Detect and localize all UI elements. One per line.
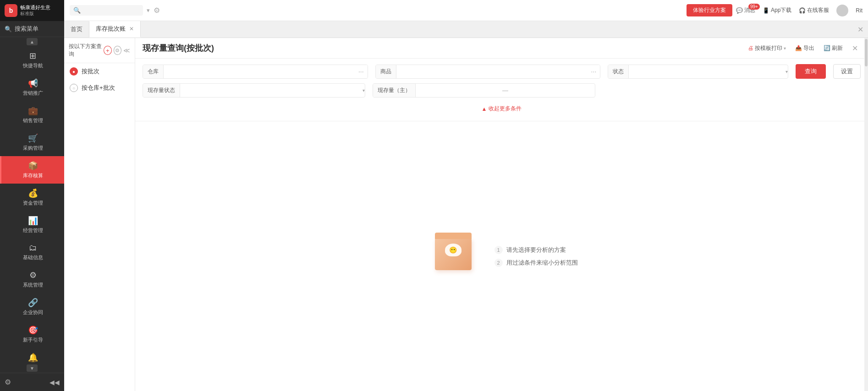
scheme-by-batch-label: 按批次 bbox=[82, 67, 99, 76]
product-filter-input[interactable] bbox=[396, 65, 588, 77]
main-area: 🔍 ▾ ⚙ 体验行业方案 💬 消息 99+ 📱 App下载 🎧 在线客服 Rit bbox=[64, 0, 868, 391]
sidebar-scroll-down[interactable]: ▼ bbox=[27, 364, 38, 372]
sidebar-item-inventory[interactable]: 📦 库存核算 bbox=[0, 156, 64, 184]
page-header: 现存量查询(按批次) 🖨 按模板打印 ▾ 📤 导出 🔄 刷新 bbox=[135, 38, 868, 59]
sidebar-item-label: 基础信息 bbox=[23, 254, 43, 261]
scheme-by-warehouse-batch-label: 按仓库+批次 bbox=[82, 84, 115, 92]
print-btn[interactable]: 🖨 按模板打印 ▾ bbox=[745, 43, 789, 54]
topbar-settings-icon[interactable]: ⚙ bbox=[154, 6, 160, 15]
inventory-status-dropdown-icon[interactable]: ▾ bbox=[363, 88, 365, 93]
tab-close-icon[interactable]: ✕ bbox=[129, 26, 134, 32]
warehouse-filter-input[interactable] bbox=[164, 65, 355, 77]
settings-btn[interactable]: 设置 bbox=[833, 64, 861, 79]
sidebar-item-marketing[interactable]: 📢 营销推广 bbox=[0, 74, 64, 101]
status-dropdown-icon[interactable]: ▾ bbox=[786, 69, 788, 74]
tab-batch[interactable]: 库存批次账 ✕ bbox=[89, 21, 141, 38]
sidebar-item-label: 营销推广 bbox=[23, 90, 43, 97]
refresh-btn[interactable]: 🔄 刷新 bbox=[821, 43, 846, 54]
hint-num-1: 1 bbox=[494, 246, 503, 254]
sidebar-item-guide[interactable]: 🎯 新手引导 bbox=[0, 320, 64, 348]
sidebar-item-label: 经营管理 bbox=[23, 227, 43, 234]
collapse-more-btn[interactable]: ▲ 收起更多条件 bbox=[143, 102, 861, 115]
tab-right-controls: ✕ bbox=[853, 25, 868, 34]
sidebar-item-label: 采购管理 bbox=[23, 145, 43, 152]
inventory-quantity-filter[interactable]: 现存量（主） — bbox=[373, 83, 595, 98]
sidebar-item-system[interactable]: ⚙ 系统管理 bbox=[0, 266, 64, 293]
scheme-item-by-warehouse-batch[interactable]: ○ 按仓库+批次 bbox=[64, 80, 135, 96]
sidebar-item-label: 新手引导 bbox=[23, 337, 43, 343]
sidebar-item-quick-nav[interactable]: ⊞ 快捷导航 bbox=[0, 46, 64, 74]
content-area: 按以下方案查询 + ⚙ ≪ ● 按批次 ○ 按仓库+批次 现存量查询(按批次) bbox=[64, 38, 868, 391]
marketing-icon: 📢 bbox=[28, 78, 38, 88]
sidebar-footer: ⚙ ◀◀ bbox=[0, 373, 64, 391]
scheme-active-icon: ● bbox=[70, 67, 78, 76]
topbar-dropdown-icon[interactable]: ▾ bbox=[147, 7, 150, 14]
sidebar-nav: ⊞ 快捷导航 📢 营销推广 💼 销售管理 🛒 采购管理 📦 库存核算 💰 资金管… bbox=[0, 46, 64, 364]
sales-icon: 💼 bbox=[28, 106, 38, 116]
status-filter[interactable]: 状态 ▾ bbox=[608, 65, 788, 79]
product-filter-more-icon[interactable]: ··· bbox=[588, 65, 600, 78]
status-filter-select[interactable] bbox=[629, 69, 786, 74]
inventory-status-select[interactable] bbox=[180, 88, 363, 93]
sidebar: b 畅康通好生意 标准版 🔍 搜索菜单 ▲ ⊞ 快捷导航 📢 营销推广 💼 销售… bbox=[0, 0, 64, 391]
empty-hint-1: 1 请先选择要分析的方案 bbox=[494, 246, 578, 254]
sidebar-scroll-up[interactable]: ▲ bbox=[27, 38, 38, 45]
filter-row-1: 仓库 ··· 商品 ··· 状态 bbox=[143, 64, 861, 79]
inventory-status-filter[interactable]: 现存量状态 ▾ bbox=[143, 83, 365, 98]
sidebar-item-label: 系统管理 bbox=[23, 282, 43, 288]
close-right-panel-btn[interactable]: ✕ bbox=[849, 43, 861, 54]
inventory-status-label: 现存量状态 bbox=[143, 84, 180, 97]
scheme-item-by-batch[interactable]: ● 按批次 bbox=[64, 63, 135, 80]
sidebar-item-enterprise[interactable]: 🔗 企业协同 bbox=[0, 293, 64, 320]
page-header-actions: 🖨 按模板打印 ▾ 📤 导出 🔄 刷新 ✕ bbox=[745, 43, 861, 54]
tab-home[interactable]: 首页 bbox=[64, 22, 89, 37]
page-title: 现存量查询(按批次) bbox=[143, 43, 214, 54]
sidebar-item-basic[interactable]: 🗂 基础信息 bbox=[0, 239, 64, 266]
sidebar-item-finance[interactable]: 💰 资金管理 bbox=[0, 184, 64, 211]
experience-industry-btn[interactable]: 体验行业方案 bbox=[687, 4, 732, 16]
print-label: 按模板打印 bbox=[755, 44, 782, 52]
export-label: 导出 bbox=[803, 44, 814, 52]
scheme-settings-btn[interactable]: ⚙ bbox=[114, 46, 121, 55]
message-btn[interactable]: 💬 消息 99+ bbox=[736, 6, 755, 14]
sidebar-search[interactable]: 🔍 搜索菜单 bbox=[0, 21, 64, 37]
footer-settings-icon[interactable]: ⚙ bbox=[5, 378, 11, 386]
app-center-icon: 🔔 bbox=[28, 353, 38, 363]
sidebar-item-app-center[interactable]: 🔔 应用中心 bbox=[0, 348, 64, 364]
hint-num-2: 2 bbox=[494, 259, 503, 267]
collapse-up-icon: ▲ bbox=[482, 106, 487, 112]
footer-volume-icon[interactable]: ◀◀ bbox=[49, 379, 60, 386]
status-filter-label: 状态 bbox=[608, 65, 629, 78]
sidebar-item-sales[interactable]: 💼 销售管理 bbox=[0, 101, 64, 129]
export-btn[interactable]: 📤 导出 bbox=[792, 43, 817, 54]
sidebar-item-operation[interactable]: 📊 经营管理 bbox=[0, 211, 64, 239]
right-scrollbar[interactable] bbox=[864, 38, 868, 391]
query-btn[interactable]: 查询 bbox=[796, 64, 826, 79]
collapse-panel-btn[interactable]: ≪ bbox=[123, 47, 130, 54]
message-icon: 💬 bbox=[736, 7, 743, 14]
product-filter[interactable]: 商品 ··· bbox=[375, 65, 601, 79]
inventory-qty-to[interactable] bbox=[512, 85, 595, 97]
empty-hints: 1 请先选择要分析的方案 2 用过滤条件来缩小分析范围 bbox=[494, 246, 578, 267]
topbar-icons: 💬 消息 99+ 📱 App下载 🎧 在线客服 Rit bbox=[736, 5, 863, 16]
topbar: 🔍 ▾ ⚙ 体验行业方案 💬 消息 99+ 📱 App下载 🎧 在线客服 Rit bbox=[64, 0, 868, 21]
warehouse-filter-more-icon[interactable]: ··· bbox=[355, 65, 368, 78]
topbar-search-area[interactable]: 🔍 bbox=[70, 5, 143, 16]
close-tab-btn[interactable]: ✕ bbox=[857, 25, 863, 34]
tab-home-label: 首页 bbox=[71, 25, 82, 33]
app-download-btn[interactable]: 📱 App下载 bbox=[763, 6, 791, 14]
headset-icon: 🎧 bbox=[799, 7, 806, 14]
sidebar-header: b 畅康通好生意 标准版 bbox=[0, 0, 64, 21]
message-badge: 99+ bbox=[748, 4, 760, 10]
inventory-qty-from[interactable] bbox=[416, 85, 499, 97]
avatar[interactable] bbox=[836, 5, 848, 16]
add-scheme-btn[interactable]: + bbox=[104, 46, 111, 55]
operation-icon: 📊 bbox=[28, 216, 38, 226]
print-dropdown-icon[interactable]: ▾ bbox=[784, 46, 786, 51]
online-service-btn[interactable]: 🎧 在线客服 bbox=[799, 6, 829, 14]
warehouse-filter[interactable]: 仓库 ··· bbox=[143, 65, 368, 79]
search-icon: 🔍 bbox=[5, 26, 12, 33]
scheme-inactive-icon: ○ bbox=[70, 84, 78, 92]
sidebar-item-purchase[interactable]: 🛒 采购管理 bbox=[0, 129, 64, 156]
app-edition: 标准版 bbox=[20, 11, 50, 17]
